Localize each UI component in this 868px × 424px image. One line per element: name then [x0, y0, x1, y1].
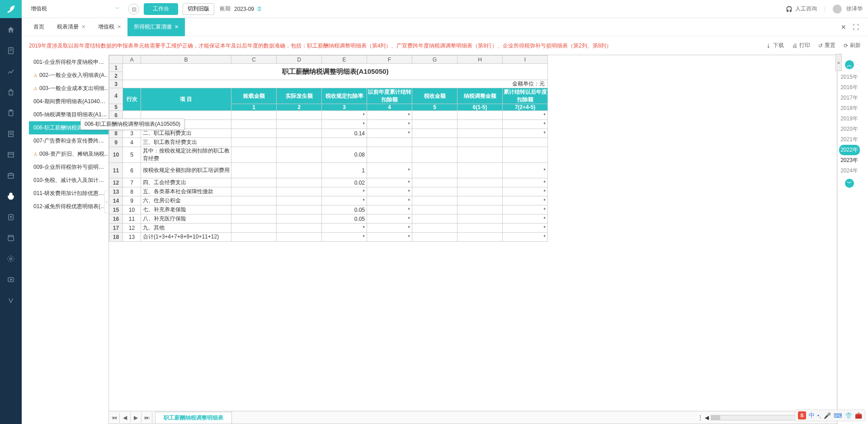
tab-3[interactable]: 所得税汇算清缴✕ — [127, 18, 185, 36]
year-rail: ︽ 2015年2016年2017年2018年2019年2020年2021年202… — [837, 55, 861, 424]
page-tabs: 首页税表清册✕增值税✕所得税汇算清缴✕ ✕ ⛶ — [22, 18, 868, 36]
sheet-icon-button[interactable]: ▤ — [128, 4, 139, 14]
ime-punct-icon[interactable]: •, — [817, 412, 821, 419]
form-item-label: 008-资产折旧、摊销及纳税… — [39, 150, 108, 158]
nav-v-icon[interactable] — [6, 296, 15, 305]
form-item-1[interactable]: ⚠002-一般企业收入明细表(A… — [29, 69, 108, 82]
left-nav — [0, 18, 22, 424]
spreadsheet[interactable]: ABCDEFGHI1职工薪酬纳税调整明细表(A105050)23金额单位：元4行… — [108, 55, 837, 411]
collapse-handle[interactable]: ‹ — [104, 191, 108, 213]
form-item-9[interactable]: 010-免税、减计收入及加计… — [29, 174, 108, 187]
expand-trigger[interactable]: » — [835, 54, 842, 71]
form-item-label: 003-一般企业成本支出明细… — [39, 85, 108, 92]
reset-icon: ↺ — [818, 43, 823, 49]
form-item-label: 011-研发费用加计扣除优惠… — [33, 190, 104, 197]
tab-1[interactable]: 税表清册✕ — [51, 18, 92, 36]
user-name[interactable]: 徐泽华 — [846, 5, 863, 13]
form-item-10[interactable]: 011-研发费用加计扣除优惠… — [29, 187, 108, 200]
tab-label: 增值税 — [98, 23, 114, 31]
nav-chart-icon[interactable] — [6, 67, 15, 76]
app-logo[interactable] — [0, 0, 22, 18]
consult-link[interactable]: 人工咨询 — [795, 5, 817, 13]
close-icon[interactable]: ✕ — [175, 24, 179, 30]
year-down-button[interactable]: ︾ — [845, 179, 854, 188]
form-item-label: 009-企业所得税弥补亏损明… — [33, 163, 104, 171]
year-up-button[interactable]: ︽ — [845, 60, 854, 69]
sheet-nav-last[interactable]: ⏭ — [142, 413, 152, 423]
year-2018年[interactable]: 2018年 — [839, 103, 860, 114]
close-icon[interactable]: ✕ — [117, 24, 121, 30]
ime-s-icon[interactable]: S — [798, 411, 806, 419]
nav-template-icon[interactable] — [6, 150, 15, 159]
download-button[interactable]: ⭳下载 — [766, 42, 784, 49]
year-2016年[interactable]: 2016年 — [839, 82, 860, 93]
period-value[interactable]: 2023-09 — [234, 6, 254, 12]
reset-button[interactable]: ↺重置 — [818, 42, 835, 49]
svg-point-8 — [10, 258, 12, 260]
nav-form-icon[interactable] — [6, 129, 15, 138]
form-item-7[interactable]: ⚠008-资产折旧、摊销及纳税… — [29, 148, 108, 161]
sheet-tab[interactable]: 职工薪酬纳税调整明细表 — [155, 412, 232, 424]
tab-label: 税表清册 — [57, 23, 79, 31]
avatar[interactable] — [833, 5, 842, 14]
tab-label: 首页 — [33, 23, 44, 31]
tab-2[interactable]: 增值税✕ — [92, 18, 127, 36]
nav-export-icon[interactable] — [6, 213, 15, 222]
year-2015年[interactable]: 2015年 — [839, 72, 860, 82]
nav-calendar-icon[interactable] — [6, 171, 15, 180]
nav-tax-icon[interactable] — [6, 192, 15, 201]
form-item-3[interactable]: 004-期间费用明细表(A1040… — [29, 95, 108, 108]
nav-doc-icon[interactable] — [6, 46, 15, 55]
form-item-2[interactable]: ⚠003-一般企业成本支出明细… — [29, 82, 108, 95]
ime-skin-icon[interactable]: 👕 — [845, 412, 852, 419]
switch-old-button[interactable]: 切到旧版 — [183, 3, 214, 15]
tab-close-all[interactable]: ✕ — [841, 24, 846, 31]
toolbar: ⭳下载 🖨打印 ↺重置 ⟳刷新 — [766, 42, 861, 49]
form-item-8[interactable]: 009-企业所得税弥补亏损明… — [29, 161, 108, 174]
sheet-footer: ⏮ ◀ ▶ ⏭ 职工薪酬纳税调整明细表 ⋮ ◀ ▶ — [108, 411, 837, 424]
nav-archive-icon[interactable] — [6, 233, 15, 243]
form-item-label: 004-期间费用明细表(A1040… — [33, 98, 105, 105]
form-item-label: 002-一般企业收入明细表(A… — [39, 71, 108, 79]
hscroll-thumb[interactable] — [711, 415, 720, 420]
print-button[interactable]: 🖨打印 — [792, 42, 810, 49]
feather-icon — [6, 4, 16, 14]
ime-tools-icon[interactable]: 🧰 — [855, 412, 862, 419]
nav-settings-icon[interactable] — [6, 254, 15, 263]
year-2020年[interactable]: 2020年 — [839, 124, 860, 134]
hscroll-left[interactable]: ◀ — [705, 414, 709, 421]
sheet-nav-next[interactable]: ▶ — [131, 413, 142, 423]
close-icon[interactable]: ✕ — [81, 24, 85, 30]
tab-label: 所得税汇算清缴 — [134, 23, 172, 31]
sheet-nav-prev[interactable]: ◀ — [120, 413, 131, 423]
nav-bag-icon[interactable] — [6, 88, 15, 97]
top-bar: 增值税 ﹀ ▤ 工作台 切到旧版 账期 2023-09 🗓 🎧 人工咨询 | 徐… — [0, 0, 868, 18]
nav-video-icon[interactable] — [6, 275, 15, 284]
tab-0[interactable]: 首页 — [27, 18, 51, 36]
year-2019年[interactable]: 2019年 — [839, 114, 860, 124]
workspace-button[interactable]: 工作台 — [144, 3, 178, 15]
ime-keyboard-icon[interactable]: ⌨ — [834, 412, 842, 419]
refresh-button[interactable]: ⟳刷新 — [844, 42, 861, 49]
year-2022年[interactable]: 2022年 — [839, 145, 860, 155]
form-item-6[interactable]: 007-广告费和业务宣传费跨… — [29, 134, 108, 148]
tax-type-dropdown[interactable]: 增值税 ﹀ — [27, 5, 124, 13]
year-2017年[interactable]: 2017年 — [839, 93, 860, 103]
form-list: 001-企业所得税年度纳税申…⚠002-一般企业收入明细表(A…⚠003-一般企… — [29, 55, 108, 424]
nav-clipboard-icon[interactable] — [6, 109, 15, 118]
tab-expand[interactable]: ⛶ — [853, 24, 859, 31]
ime-lang[interactable]: 中 — [809, 411, 815, 419]
sheet-nav-first[interactable]: ⏮ — [109, 413, 120, 423]
nav-home-icon[interactable] — [6, 25, 15, 34]
calendar-icon[interactable]: 🗓 — [257, 6, 262, 12]
sheet-wrap: » ABCDEFGHI1职工薪酬纳税调整明细表(A105050)23金额单位：元… — [108, 55, 837, 424]
year-2023年[interactable]: 2023年 — [839, 155, 860, 166]
form-item-0[interactable]: 001-企业所得税年度纳税申… — [29, 56, 108, 69]
download-icon: ⭳ — [766, 43, 771, 49]
form-item-label: 001-企业所得税年度纳税申… — [33, 58, 104, 66]
ime-mic-icon[interactable]: 🎤 — [824, 412, 831, 419]
tax-type-label: 增值税 — [31, 5, 47, 13]
form-item-11[interactable]: 012-减免所得税优惠明细表(… — [29, 200, 108, 213]
year-2024年[interactable]: 2024年 — [839, 166, 860, 176]
year-2021年[interactable]: 2021年 — [839, 134, 860, 145]
